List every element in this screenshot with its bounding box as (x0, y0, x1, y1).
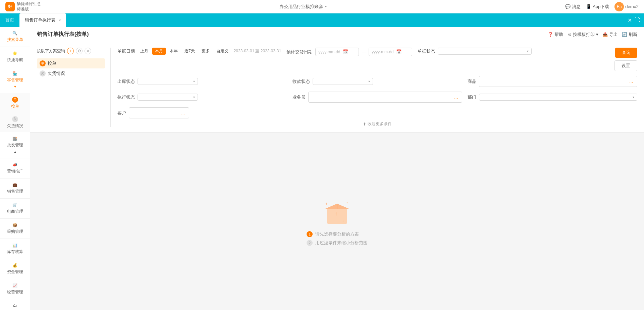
svg-text:✦: ✦ (346, 201, 348, 204)
help-btn[interactable]: ❓ 帮助 (548, 32, 563, 38)
customer-more-btn[interactable]: ... (180, 109, 186, 117)
sidebar-item-sales[interactable]: 💼 销售管理 (0, 178, 30, 199)
finance-icon: 💰 (12, 263, 17, 268)
sidebar-search[interactable]: 🔍 搜索菜单 (0, 27, 30, 47)
refresh-btn[interactable]: 🔄 刷新 (622, 32, 637, 38)
payment-status-dropdown[interactable]: ▾ (313, 78, 373, 85)
settings-button[interactable]: 设置 (614, 60, 637, 71)
app-download-btn[interactable]: 📱 App下载 (586, 4, 609, 10)
add-scheme-btn[interactable]: + (67, 48, 74, 54)
salesperson-more-btn[interactable]: ... (453, 93, 459, 101)
empty-box-svg: ✦ ✦ ✦ ↑ (322, 197, 352, 227)
basic-icon: 🗂 (13, 303, 17, 308)
customer-input[interactable]: ... (129, 107, 189, 118)
execution-status-dropdown[interactable]: ▾ (138, 94, 198, 101)
collapse-scheme-btn[interactable]: « (85, 48, 91, 54)
date-tabs: 上月 本月 本年 近7天 更多 自定义 (138, 48, 231, 55)
expected-delivery-end-input[interactable]: yyyy-mm-dd 📅 (369, 48, 412, 56)
chevron-up-icon: ▴ (14, 149, 16, 154)
collapse-row: ⬆ 收起更多条件 (117, 118, 637, 127)
sidebar-item-basic[interactable]: 🗂 基础信息 (0, 299, 30, 310)
sidebar-item-retail[interactable]: 🏪 零售管理 ▾ (0, 67, 30, 93)
arrears-icon: 欠 (12, 116, 18, 122)
refresh-icon: 🔄 (622, 32, 627, 37)
date-tab-custom[interactable]: 自定义 (214, 48, 231, 55)
customer-label: 客户 (117, 110, 126, 116)
sidebar-item-operations[interactable]: 📈 经营管理 (0, 279, 30, 299)
collapse-conditions-btn[interactable]: ⬆ 收起更多条件 (363, 121, 392, 127)
help-icon: ❓ (548, 32, 553, 37)
sidebar-item-purchase[interactable]: 📦 采购管理 (0, 219, 30, 239)
scheme-item-order[interactable]: 单 按单 (37, 58, 105, 68)
empty-step-2: 2 用过滤条件来缩小分析范围 (307, 240, 368, 246)
sidebar-item-wholesale[interactable]: 🏬 批发管理 ▴ (0, 132, 30, 158)
shipment-dropdown-arrow: ▾ (193, 80, 195, 83)
sidebar-item-finance[interactable]: 💰 资金管理 (0, 259, 30, 279)
step-num-1: 1 (307, 231, 313, 237)
tab-home[interactable]: 首页 (0, 13, 19, 27)
svg-text:✦: ✦ (325, 202, 328, 206)
template-print-btn[interactable]: 🖨 按模板打印 ▾ (567, 32, 598, 38)
retail-icon: 🏪 (12, 71, 17, 76)
expected-delivery-label: 预计交货日期 (286, 49, 313, 55)
date-tab-current-month[interactable]: 本月 (152, 48, 166, 55)
filter-right: 单据日期 上月 本月 本年 近7天 更多 自定义 2023-03-01 至 20… (111, 48, 637, 127)
export-btn[interactable]: 📤 导出 (602, 32, 618, 38)
logo-icon: 好 (5, 2, 15, 11)
star-icon: ⭐ (12, 51, 17, 56)
execution-status-group: 执行状态 ▾ (117, 94, 287, 101)
print-dropdown-icon: ▾ (596, 32, 598, 37)
nav-tabs: 首页 销售订单执行表 × ✕ ⛶ (0, 13, 644, 27)
scheme-settings-btn[interactable]: ⚙ (76, 48, 83, 54)
status-dropdown[interactable]: ▾ (438, 48, 532, 55)
shipment-status-group: 出库状态 ▾ (117, 78, 287, 85)
date-tab-last-month[interactable]: 上月 (138, 48, 151, 55)
top-center[interactable]: 办公用品行业模拟账套 ▾ (279, 4, 327, 10)
date-field-label: 单据日期 (117, 48, 135, 54)
salesperson-label: 业务员 (292, 94, 306, 100)
date-tab-last7[interactable]: 近7天 (182, 48, 198, 55)
status-field-label: 单据状态 (418, 48, 435, 54)
department-dropdown[interactable]: ▾ (479, 94, 637, 101)
scheme-item-arrears[interactable]: 欠 欠货情况 (37, 68, 105, 79)
sidebar-quick-nav[interactable]: ⭐ 快捷导航 (0, 47, 30, 67)
sidebar-item-marketing[interactable]: 📣 营销推广 (0, 158, 30, 178)
execution-status-label: 执行状态 (117, 94, 135, 100)
date-tab-current-year[interactable]: 本年 (167, 48, 180, 55)
department-group: 部门 ▾ (468, 94, 637, 101)
department-dropdown-arrow: ▾ (633, 95, 634, 99)
user-avatar[interactable]: Ea demo2 (614, 2, 639, 11)
tab-close-icon[interactable]: × (59, 18, 61, 22)
right-action-col: 查询 设置 (609, 48, 637, 71)
sidebar: 🔍 搜索菜单 ⭐ 快捷导航 🏪 零售管理 ▾ 单 按单 欠 欠货情况 🏬 批发管… (0, 27, 30, 310)
scheme-arrears-icon: 欠 (40, 70, 46, 76)
goods-input[interactable]: ... (479, 76, 637, 87)
tab-sales-order[interactable]: 销售订单执行表 × (19, 13, 66, 27)
status-dropdown-arrow: ▾ (527, 49, 529, 53)
page-header: 销售订单执行表(按单) ❓ 帮助 🖨 按模板打印 ▾ 📤 导出 🔄 刷新 (30, 27, 644, 42)
top-center-dropdown-icon[interactable]: ▾ (325, 5, 327, 8)
top-bar-right: 💬 消息 📱 App下载 Ea demo2 (565, 2, 639, 11)
avatar: Ea (614, 2, 624, 11)
goods-more-btn[interactable]: ... (628, 78, 634, 85)
sidebar-sub-item-arrears[interactable]: 欠 欠货情况 (0, 113, 30, 132)
maximize-icon[interactable]: ⛶ (635, 17, 640, 23)
shipment-status-dropdown[interactable]: ▾ (138, 78, 198, 85)
query-button[interactable]: 查询 (615, 48, 637, 58)
sidebar-item-ecommerce[interactable]: 🛒 电商管理 (0, 199, 30, 219)
goods-group: 商品 ... (468, 76, 637, 87)
logo-area: 好 畅捷通好生意 标准版 (5, 1, 41, 12)
sidebar-sub-item-order[interactable]: 单 按单 (0, 93, 30, 113)
sidebar-item-inventory[interactable]: 📊 库存核算 (0, 239, 30, 259)
date-tab-more[interactable]: 更多 (199, 48, 212, 55)
message-icon: 💬 (565, 4, 571, 9)
close-window-icon[interactable]: ✕ (628, 17, 632, 23)
filter-row-2: 出库状态 ▾ 收款状态 ▾ (117, 76, 637, 87)
salesperson-input[interactable]: ... (308, 92, 462, 103)
payment-status-group: 收款状态 ▾ (292, 78, 462, 85)
expected-delivery-start-input[interactable]: yyyy-mm-dd 📅 (315, 48, 359, 56)
calendar-start-icon: 📅 (343, 49, 348, 54)
empty-steps: 1 请先选择要分析的方案 2 用过滤条件来缩小分析范围 (307, 231, 368, 246)
messages-btn[interactable]: 💬 消息 (565, 4, 581, 10)
top-bar-left: 好 畅捷通好生意 标准版 (5, 1, 41, 12)
